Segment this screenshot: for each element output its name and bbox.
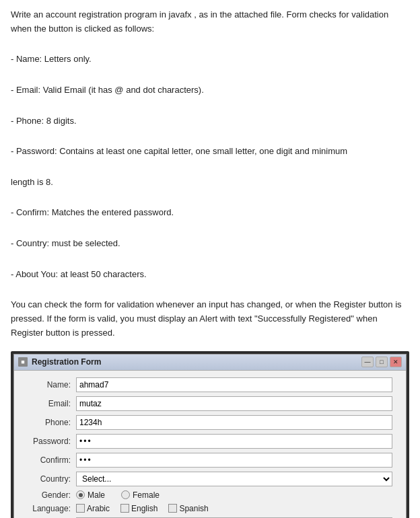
arabic-checkbox[interactable] — [76, 504, 85, 513]
spanish-label: Spanish — [179, 504, 208, 513]
male-label: Male — [88, 490, 105, 500]
country-label: Country: — [28, 474, 76, 484]
spanish-checkbox-group[interactable]: Spanish — [168, 504, 208, 513]
language-options: Arabic English Spanish — [76, 504, 209, 513]
intro-text: Write an account registration program in… — [11, 8, 409, 36]
window-controls: — □ ✕ — [361, 357, 402, 367]
english-checkbox[interactable] — [120, 504, 129, 513]
name-row: Name: — [28, 377, 392, 392]
english-label: English — [131, 504, 158, 513]
female-radio-group[interactable]: Female — [121, 490, 160, 500]
item-confirm: - Confirm: Matches the entered password. — [11, 206, 409, 220]
email-input[interactable] — [76, 396, 392, 411]
confirm-label: Confirm: — [28, 455, 76, 465]
item-phone: - Phone: 8 digits. — [11, 114, 409, 128]
footer-text: You can check the form for validation wh… — [11, 298, 409, 340]
gender-options: Male Female — [76, 490, 160, 500]
minimize-button[interactable]: — — [361, 357, 374, 367]
form-area: Name: Email: Phone: Password: Confirm: — [14, 371, 406, 518]
language-row: Language: Arabic English Spanish — [28, 504, 392, 513]
arabic-label: Arabic — [87, 504, 110, 513]
password-input[interactable] — [76, 434, 392, 449]
password-label: Password: — [28, 437, 76, 446]
item-email: - Email: Valid Email (it has @ and dot c… — [11, 83, 409, 98]
name-input[interactable] — [76, 377, 392, 392]
item-country: - Country: must be selected. — [11, 237, 409, 251]
item-name: - Name: Letters only. — [11, 52, 409, 67]
spanish-checkbox[interactable] — [168, 504, 177, 513]
male-radio-group[interactable]: Male — [76, 490, 105, 500]
phone-input[interactable] — [76, 415, 392, 430]
arabic-checkbox-group[interactable]: Arabic — [76, 504, 110, 513]
item-password: - Password: Contains at least one capita… — [11, 145, 409, 159]
length-line: length is 8. — [11, 176, 409, 190]
window-title: Registration Form — [32, 357, 361, 367]
password-row: Password: — [28, 434, 392, 449]
female-label: Female — [133, 490, 160, 500]
language-label: Language: — [28, 504, 76, 513]
instructions-block: Write an account registration program in… — [11, 8, 409, 340]
confirm-row: Confirm: — [28, 453, 392, 468]
country-row: Country: Select... Jordan USA — [28, 472, 392, 486]
name-label: Name: — [28, 380, 76, 390]
female-radio[interactable] — [121, 490, 130, 499]
restore-button[interactable]: □ — [376, 357, 388, 367]
title-bar: ■ Registration Form — □ ✕ — [14, 355, 406, 371]
window-icon: ■ — [18, 357, 28, 367]
phone-label: Phone: — [28, 418, 76, 427]
close-button[interactable]: ✕ — [390, 357, 402, 367]
email-label: Email: — [28, 399, 76, 408]
english-checkbox-group[interactable]: English — [120, 504, 158, 513]
confirm-input[interactable] — [76, 453, 392, 468]
phone-row: Phone: — [28, 415, 392, 430]
registration-window: ■ Registration Form — □ ✕ Name: Email: P… — [13, 354, 407, 518]
country-select[interactable]: Select... Jordan USA — [76, 472, 392, 486]
gender-row: Gender: Male Female — [28, 490, 392, 500]
male-radio[interactable] — [76, 490, 85, 499]
window-wrapper: ■ Registration Form — □ ✕ Name: Email: P… — [11, 351, 409, 518]
item-about: - About You: at least 50 characters. — [11, 268, 409, 282]
email-row: Email: — [28, 396, 392, 411]
gender-label: Gender: — [28, 490, 76, 500]
